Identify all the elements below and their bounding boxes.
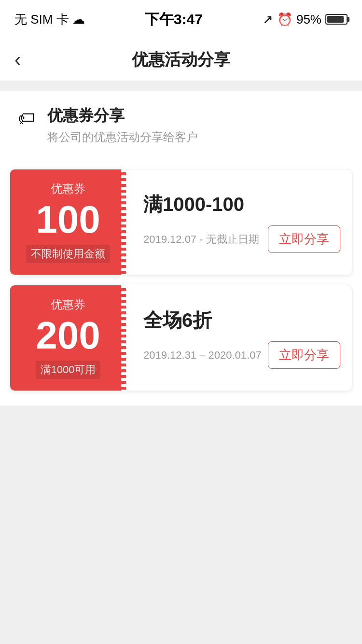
section-subtitle: 将公司的优惠活动分享给客户 bbox=[47, 129, 198, 145]
coupon-meta-1: 2019.12.07 - 无截止日期 立即分享 bbox=[143, 225, 340, 253]
bottom-area bbox=[0, 406, 362, 644]
status-bar: 无 SIM 卡 ☁ 下午3:47 ↗ ⏰ 95% bbox=[0, 0, 362, 39]
coupon-right-2: 全场6折 2019.12.31 – 2020.01.07 立即分享 bbox=[126, 285, 352, 391]
coupon-label-2: 优惠券 bbox=[51, 297, 85, 312]
coupon-amount-1: 100 bbox=[36, 200, 100, 239]
coupon-date-2: 2019.12.31 – 2020.01.07 bbox=[143, 349, 262, 362]
coupon-name-2: 全场6折 bbox=[143, 307, 340, 334]
coupon-condition-1: 不限制使用金额 bbox=[26, 245, 110, 263]
status-time: 下午3:47 bbox=[145, 10, 203, 29]
battery-percent: 95% bbox=[296, 12, 321, 27]
battery-icon bbox=[325, 14, 348, 25]
share-button-1[interactable]: 立即分享 bbox=[268, 225, 340, 253]
section-text-block: 优惠券分享 将公司的优惠活动分享给客户 bbox=[47, 105, 198, 145]
sim-text: 无 SIM 卡 ☁ bbox=[14, 11, 85, 28]
coupon-item-2: 优惠券 200 满1000可用 全场6折 2019.12.31 – 2020.0… bbox=[10, 285, 352, 391]
back-button[interactable]: ‹ bbox=[14, 49, 21, 70]
coupon-item-1: 优惠券 100 不限制使用金额 满1000-100 2019.12.07 - 无… bbox=[10, 169, 352, 275]
coupon-left-1: 优惠券 100 不限制使用金额 bbox=[10, 169, 126, 275]
coupon-amount-2: 200 bbox=[36, 316, 100, 355]
section-icon: 🏷 bbox=[14, 106, 39, 130]
coupon-date-1: 2019.12.07 - 无截止日期 bbox=[143, 232, 262, 247]
coupon-right-1: 满1000-100 2019.12.07 - 无截止日期 立即分享 bbox=[126, 169, 352, 275]
coupon-name-1: 满1000-100 bbox=[143, 191, 340, 218]
nav-title: 优惠活动分享 bbox=[132, 49, 230, 71]
back-icon: ‹ bbox=[14, 49, 21, 70]
section-gap-top bbox=[0, 81, 362, 91]
coupon-condition-2: 满1000可用 bbox=[36, 361, 101, 379]
status-left: 无 SIM 卡 ☁ bbox=[14, 11, 85, 28]
coupon-label-1: 优惠券 bbox=[51, 181, 85, 196]
coupon-left-2: 优惠券 200 满1000可用 bbox=[10, 285, 126, 391]
nav-bar: ‹ 优惠活动分享 bbox=[0, 39, 362, 81]
share-button-2[interactable]: 立即分享 bbox=[268, 341, 340, 369]
section-header: 🏷 优惠券分享 将公司的优惠活动分享给客户 bbox=[0, 91, 362, 154]
section-title: 优惠券分享 bbox=[47, 105, 198, 126]
coupon-list: 优惠券 100 不限制使用金额 满1000-100 2019.12.07 - 无… bbox=[0, 154, 362, 406]
status-right: ↗ ⏰ 95% bbox=[263, 12, 348, 27]
location-icon: ↗ bbox=[263, 12, 273, 27]
alarm-icon: ⏰ bbox=[277, 12, 292, 27]
coupon-meta-2: 2019.12.31 – 2020.01.07 立即分享 bbox=[143, 341, 340, 369]
